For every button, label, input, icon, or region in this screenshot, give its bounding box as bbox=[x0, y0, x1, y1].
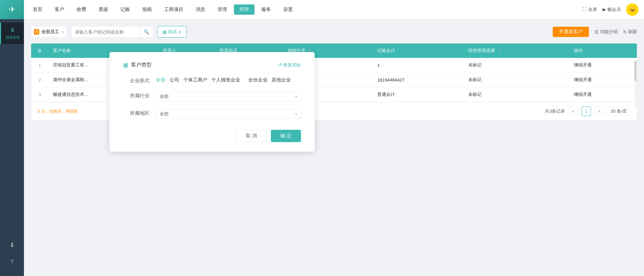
nav-item-bizproject[interactable]: 工商项目 bbox=[159, 4, 189, 15]
filter-panel-icon: ▦ bbox=[123, 62, 128, 68]
employee-select-icon: 四 bbox=[34, 29, 39, 35]
nav-item-settings[interactable]: 设置 bbox=[278, 4, 298, 15]
col-accountant: 记账会计 bbox=[372, 43, 463, 58]
nav-items: 首页 客户 收费 票据 记账 报税 工商项目 消息 管理 经营 服务 设置 bbox=[24, 4, 582, 15]
industry-label: 所属行业: bbox=[123, 91, 150, 99]
sidebar-bottom: ⬇ ? bbox=[0, 238, 24, 276]
progress-filter-icon: ▼ bbox=[498, 49, 501, 53]
vip-btn[interactable]: ▶ 畅会员 bbox=[603, 7, 621, 13]
logo-area: ✈ bbox=[0, 0, 24, 19]
toolbar-right: 开通新客户 ☰ 功能介绍 ↻ 刷新 bbox=[553, 27, 637, 37]
row2-accountant: 18194484427 bbox=[372, 73, 463, 87]
sidebar-help-btn[interactable]: ? bbox=[0, 255, 24, 269]
search-input[interactable] bbox=[71, 26, 140, 37]
col-settings[interactable]: ⚙ bbox=[31, 43, 48, 58]
row1-progress: 未标记 bbox=[463, 58, 569, 73]
nav-item-business[interactable]: 经营 bbox=[234, 4, 254, 15]
region-select-wrap: 全部 北京 上海 广州 深圳 ∨ bbox=[156, 109, 301, 119]
prev-page-btn[interactable]: ＜ bbox=[568, 106, 578, 116]
company-form-options: 全部 公司 个体工商户 个人独资企业 合伙企业 其他企业 bbox=[156, 76, 301, 84]
top-navigation: ✈ 首页 客户 收费 票据 记账 报税 工商项目 消息 管理 经营 服务 设置 … bbox=[0, 0, 644, 19]
filter-confirm-button[interactable]: 确 定 bbox=[271, 130, 301, 142]
nav-item-accounting[interactable]: 记账 bbox=[115, 4, 135, 15]
row2-no: 2 bbox=[31, 73, 48, 87]
industry-select[interactable]: 全部 制造业 服务业 零售业 建筑业 bbox=[156, 91, 301, 101]
download-icon: ⬇ bbox=[10, 241, 15, 249]
restore-initial-btn[interactable]: ↺ 恢复初始 bbox=[278, 62, 301, 68]
form-option-partnership[interactable]: 合伙企业 bbox=[248, 76, 267, 84]
industry-select-wrap: 全部 制造业 服务业 零售业 建筑业 ∨ bbox=[156, 91, 301, 101]
col-action: 操作 bbox=[569, 43, 637, 58]
filter-panel-header: ▦ 客户类型 ↺ 恢复初始 bbox=[123, 62, 301, 68]
logo-icon: ✈ bbox=[9, 5, 15, 14]
refresh-icon: ↻ bbox=[623, 29, 627, 35]
row2-action[interactable]: 继续开通 bbox=[569, 73, 637, 87]
refresh-button[interactable]: ↻ 刷新 bbox=[623, 29, 637, 35]
row1-action[interactable]: 继续开通 bbox=[569, 58, 637, 73]
filter-icon: ▦ bbox=[162, 29, 167, 35]
filter-button[interactable]: ▦ 筛选 ∧ bbox=[157, 26, 187, 38]
fullscreen-icon: ⛶ bbox=[582, 7, 587, 12]
row1-no: 1 bbox=[31, 58, 48, 73]
row3-progress: 未标记 bbox=[463, 87, 569, 102]
nav-item-home[interactable]: 首页 bbox=[27, 4, 48, 15]
filter-cancel-button[interactable]: 取 消 bbox=[236, 130, 267, 142]
sidebar-download-btn[interactable]: ⬇ bbox=[0, 238, 24, 252]
row3-no: 3 bbox=[31, 87, 48, 102]
sidebar-item-business-management[interactable]: ¥ 经营管理 bbox=[0, 23, 24, 44]
form-option-company[interactable]: 公司 bbox=[170, 76, 179, 84]
company-form-label: 企业形式: bbox=[123, 76, 150, 84]
filter-panel-footer: 取 消 确 定 bbox=[123, 130, 301, 142]
row3-action[interactable]: 继续开通 bbox=[569, 87, 637, 102]
employee-filter-select[interactable]: 四 全部员工 ∨ bbox=[31, 26, 67, 38]
scrollbar-thumb bbox=[634, 61, 636, 81]
row2-progress: 未标记 bbox=[463, 73, 569, 87]
notice-text: ℹ 注：先购买、再授权 bbox=[38, 109, 78, 114]
row3-accountant: 普通会计 bbox=[372, 87, 463, 102]
chevron-down-icon: ∨ bbox=[61, 30, 64, 34]
total-records: 共3条记录 bbox=[545, 108, 565, 114]
filter-chevron-up-icon: ∧ bbox=[178, 29, 182, 35]
company-form-row: 企业形式: 全部 公司 个体工商户 个人独资企业 合伙企业 其他企业 bbox=[123, 76, 301, 84]
nav-item-fee[interactable]: 收费 bbox=[71, 4, 92, 15]
toolbar: 四 全部员工 ∨ 🔍 ▦ 筛选 ∧ 开通新客户 ☰ 功能介绍 ↻ 刷新 bbox=[31, 26, 637, 38]
region-select[interactable]: 全部 北京 上海 广州 深圳 bbox=[156, 109, 301, 119]
nav-item-service[interactable]: 服务 bbox=[256, 4, 276, 15]
page-size-selector[interactable]: 30 条/页 bbox=[607, 107, 630, 116]
col-progress[interactable]: 经营管理进展 ▼ bbox=[463, 43, 569, 58]
vip-icon: ▶ bbox=[603, 7, 606, 12]
form-option-sole[interactable]: 个体工商户 bbox=[183, 76, 207, 84]
help-icon: ? bbox=[10, 259, 14, 266]
fullscreen-btn[interactable]: ⛶ 全屏 bbox=[582, 7, 597, 13]
info-icon: ℹ bbox=[38, 109, 40, 114]
form-option-individual[interactable]: 个人独资企业 bbox=[211, 76, 240, 84]
next-page-btn[interactable]: ＞ bbox=[594, 106, 604, 116]
form-option-other[interactable]: 其他企业 bbox=[272, 76, 291, 84]
region-row: 所属地区: 全部 北京 上海 广州 深圳 ∨ bbox=[123, 109, 301, 119]
func-intro-icon: ☰ bbox=[594, 29, 599, 35]
nav-item-message[interactable]: 消息 bbox=[190, 4, 211, 15]
vertical-scrollbar[interactable] bbox=[634, 61, 637, 106]
sidebar: ¥ 经营管理 ⬇ ? bbox=[0, 19, 24, 276]
func-intro-btn[interactable]: ☰ 功能介绍 bbox=[594, 29, 618, 35]
business-management-icon: ¥ bbox=[11, 27, 14, 34]
nav-item-tax[interactable]: 报税 bbox=[137, 4, 157, 15]
search-input-wrap: 🔍 bbox=[71, 26, 153, 38]
nav-item-customer[interactable]: 客户 bbox=[49, 4, 70, 15]
restore-icon: ↺ bbox=[278, 62, 282, 67]
row1-accountant: 1 bbox=[372, 58, 463, 73]
current-page-btn[interactable]: 1 bbox=[581, 106, 591, 116]
open-new-customer-button[interactable]: 开通新客户 bbox=[553, 27, 589, 37]
user-avatar[interactable]: 🐱 bbox=[626, 3, 639, 16]
industry-row: 所属行业: 全部 制造业 服务业 零售业 建筑业 ∨ bbox=[123, 91, 301, 101]
form-option-all[interactable]: 全部 bbox=[156, 76, 166, 84]
region-label: 所属地区: bbox=[123, 109, 150, 116]
search-button[interactable]: 🔍 bbox=[140, 26, 153, 37]
nav-item-ticket[interactable]: 票据 bbox=[93, 4, 114, 15]
nav-right: ⛶ 全屏 ▶ 畅会员 🐱 bbox=[582, 3, 644, 16]
filter-panel-title: ▦ 客户类型 bbox=[123, 62, 152, 68]
nav-item-manage[interactable]: 管理 bbox=[212, 4, 233, 15]
filter-panel: ▦ 客户类型 ↺ 恢复初始 企业形式: 全部 公司 个体工商户 个人独资企业 合… bbox=[109, 52, 315, 152]
